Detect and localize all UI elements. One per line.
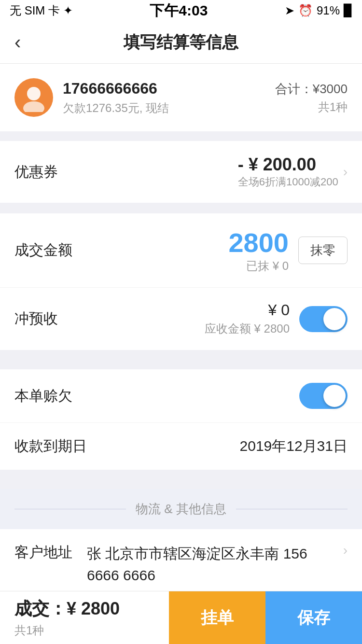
back-button[interactable]: ‹: [14, 31, 21, 53]
coupon-discount: - ¥ 200.00: [238, 154, 338, 175]
pre-collection-label: 冲预收: [14, 309, 82, 329]
logistics-line-left: [14, 509, 126, 509]
address-label: 客户地址: [14, 543, 77, 562]
avatar: [14, 78, 53, 117]
deal-amount-right: 2800 已抹 ¥ 0 抹零: [228, 227, 348, 274]
pre-collection-amount: ¥ 0: [205, 301, 290, 319]
status-right: ➤ ⏰ 91% ▉: [285, 4, 352, 17]
due-date-label: 收款到期日: [14, 436, 87, 456]
deal-amount-sub: 已抹 ¥ 0: [228, 258, 289, 274]
chevron-right-icon: ›: [343, 164, 348, 180]
status-bar: 无 SIM 卡 ✦ 下午4:03 ➤ ⏰ 91% ▉: [0, 0, 362, 21]
clock-icon: ⏰: [298, 4, 313, 17]
arrears-section: 本单赊欠 收款到期日 2019年12月31日: [0, 369, 362, 470]
customer-left: 17666666666 欠款1276.35元, 现结: [14, 78, 169, 117]
nav-bar: ‹ 填写结算等信息: [0, 21, 362, 64]
status-time: 下午4:03: [150, 1, 208, 21]
arrears-label: 本单赊欠: [14, 386, 82, 406]
due-date-value: 2019年12月31日: [240, 436, 348, 456]
pre-collection-sub: 应收金额 ¥ 2800: [205, 321, 290, 336]
svg-point-1: [23, 101, 44, 112]
sim-status: 无 SIM 卡 ✦: [10, 3, 73, 18]
logistics-text: 物流 & 其他信息: [136, 501, 226, 518]
logistics-header: 物流 & 其他信息: [0, 489, 362, 529]
bottom-bar: 成交：¥ 2800 共1种 挂单 保存: [0, 591, 362, 644]
coupon-right: - ¥ 200.00 全场6折满1000减200 ›: [238, 154, 348, 189]
deal-amount-section: 成交金额 2800 已抹 ¥ 0 抹零 冲预收 ¥ 0 应收金额 ¥ 2800: [0, 213, 362, 350]
battery-icon: ▉: [344, 4, 352, 17]
total-count: 共1种: [275, 99, 348, 115]
nav-title: 填写结算等信息: [124, 31, 238, 54]
svg-point-0: [27, 87, 41, 100]
total-label: 合计：¥3000: [275, 81, 348, 98]
bottom-total-label: 成交：¥ 2800: [14, 597, 154, 621]
due-date-row: 收款到期日 2019年12月31日: [0, 423, 362, 470]
customer-card: 17666666666 欠款1276.35元, 现结 合计：¥3000 共1种: [0, 64, 362, 131]
deal-amount-col: 2800 已抹 ¥ 0: [228, 227, 289, 274]
pre-collection-right: ¥ 0 应收金额 ¥ 2800: [205, 301, 348, 336]
pre-collection-col: ¥ 0 应收金额 ¥ 2800: [205, 301, 290, 336]
arrears-toggle[interactable]: [299, 383, 348, 409]
address-value: 张 北京市市辖区海淀区永丰南 156 6666 6666: [87, 543, 338, 586]
round-zero-button[interactable]: 抹零: [298, 237, 348, 264]
logistics-line-right: [236, 509, 348, 509]
deal-amount-row: 成交金额 2800 已抹 ¥ 0 抹零: [0, 213, 362, 288]
deal-amount-label: 成交金额: [14, 240, 82, 260]
battery-level: 91%: [317, 4, 340, 17]
section-divider-2: [0, 360, 362, 369]
save-button[interactable]: 保存: [265, 591, 362, 644]
deal-amount-value: 2800: [228, 227, 289, 258]
arrears-row: 本单赊欠: [0, 369, 362, 423]
status-left: 无 SIM 卡 ✦: [10, 3, 73, 18]
coupon-desc: 全场6折满1000减200: [238, 175, 338, 189]
customer-info: 17666666666 欠款1276.35元, 现结: [63, 80, 169, 116]
customer-debt: 欠款1276.35元, 现结: [63, 100, 169, 116]
section-divider-3: [0, 479, 362, 489]
customer-right: 合计：¥3000 共1种: [275, 81, 348, 115]
hold-order-button[interactable]: 挂单: [169, 591, 265, 644]
arrears-toggle-thumb: [323, 385, 346, 407]
location-icon: ➤: [285, 4, 294, 17]
bottom-info: 成交：¥ 2800 共1种: [0, 597, 169, 638]
coupon-label: 优惠券: [14, 162, 58, 182]
bottom-count: 共1种: [14, 623, 154, 638]
coupon-row[interactable]: 优惠券 - ¥ 200.00 全场6折满1000减200 ›: [0, 141, 362, 203]
customer-phone: 17666666666: [63, 80, 169, 98]
address-chevron-icon: ›: [343, 543, 348, 558]
pre-collection-row: 冲预收 ¥ 0 应收金额 ¥ 2800: [0, 288, 362, 350]
toggle-thumb: [323, 308, 346, 330]
section-divider-1: [0, 204, 362, 213]
address-row[interactable]: 客户地址 张 北京市市辖区海淀区永丰南 156 6666 6666 ›: [0, 529, 362, 600]
pre-collection-toggle[interactable]: [299, 306, 348, 332]
